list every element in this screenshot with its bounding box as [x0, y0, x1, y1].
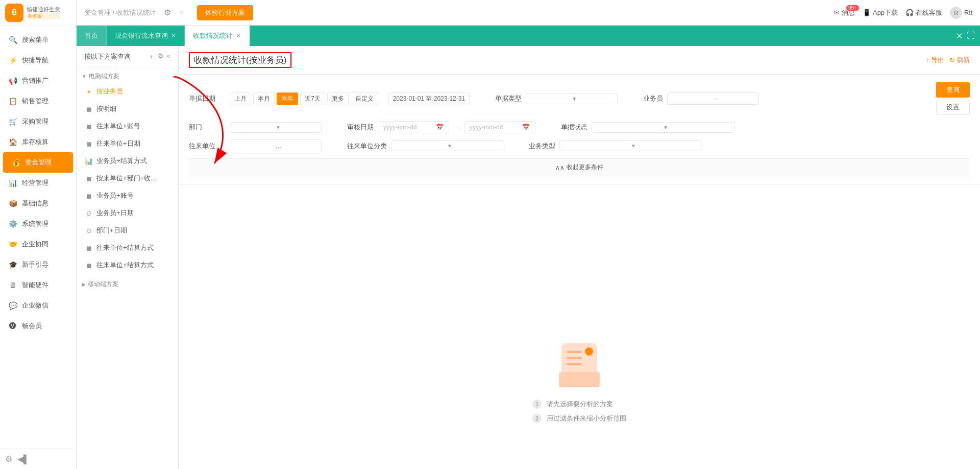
tab-fullscreen-icon[interactable]: ⛶: [967, 31, 975, 40]
salesperson-calc-icon: 📊: [84, 156, 93, 166]
date-placeholder-end: yyyy-mm-dd: [470, 124, 503, 131]
operation-icon: 📊: [8, 178, 18, 188]
sidebar-item-system[interactable]: ⚙️ 系统管理: [0, 214, 76, 234]
tree-item-salesperson-date[interactable]: ⊙ 业务员+日期: [77, 204, 178, 222]
salesperson-account-icon: ◼: [84, 191, 93, 200]
receipt-tab-close-icon[interactable]: ✕: [236, 32, 241, 39]
purchase-icon: 🛒: [8, 116, 18, 127]
review-date-end[interactable]: yyyy-mm-dd 📅: [464, 121, 535, 133]
app-download-button[interactable]: 📱 App下载: [863, 8, 898, 17]
tab-close-all-icon[interactable]: ✕: [956, 31, 963, 41]
online-service-button[interactable]: 🎧 在线客服: [905, 8, 942, 17]
export-button[interactable]: ↑ 导出: [926, 56, 945, 65]
date-btn-this-year[interactable]: 本年: [277, 92, 298, 105]
mobile-section-arrow-icon[interactable]: ▶: [82, 282, 86, 287]
date-range-display: 2023-01-01 至 2023-12-31: [388, 92, 470, 105]
collapse-sidebar-icon[interactable]: ◀▌: [17, 454, 29, 464]
sidebar-item-finance[interactable]: 💰 资金管理: [3, 152, 73, 173]
settings-button[interactable]: 设置: [936, 100, 970, 115]
sidebar-item-sales[interactable]: 📋 销售管理: [0, 91, 76, 111]
partner-select[interactable]: ...: [230, 139, 322, 152]
calendar-end-icon[interactable]: 📅: [522, 124, 530, 131]
bank-tab-close-icon[interactable]: ✕: [171, 32, 176, 39]
voucher-type-caret-icon: ▼: [572, 96, 612, 102]
left-panel: 按以下方案查询 ＋ ⚙ « ▼ 电脑端方案 🔸 按业务员 ◼ 按明细: [77, 46, 179, 469]
tab-home[interactable]: 首页: [77, 26, 107, 46]
sidebar-item-marketing[interactable]: 📢 营销推广: [0, 71, 76, 91]
sidebar-item-wechat[interactable]: 💬 企业微信: [0, 295, 76, 316]
sidebar-item-search[interactable]: 🔍 搜索菜单: [0, 30, 76, 50]
date-btn-this-month[interactable]: 本月: [253, 92, 275, 105]
receipt-tab-label: 收款情况统计: [193, 31, 233, 40]
voucher-type-select[interactable]: ▼: [526, 93, 618, 104]
refresh-button[interactable]: ↻ 刷新: [949, 56, 970, 65]
empty-illustration: [554, 333, 605, 389]
tree-item-unit-account[interactable]: ◼ 往来单位+账号: [77, 118, 178, 135]
sidebar-item-corp[interactable]: 🤝 企业协同: [0, 234, 76, 254]
section-arrow-icon[interactable]: ▼: [82, 74, 87, 79]
sidebar-item-member[interactable]: 🅥 畅会员: [0, 316, 76, 336]
unit-calc2-icon: ◼: [84, 261, 93, 270]
date-btn-7days[interactable]: 近7天: [300, 92, 325, 105]
sidebar-item-purchase[interactable]: 🛒 采购管理: [0, 111, 76, 132]
page-title-bar: 收款情况统计(按业务员) ↑ 导出 ↻ 刷新: [179, 46, 980, 75]
sidebar-item-inventory[interactable]: 🏠 库存核算: [0, 132, 76, 152]
sidebar-item-hardware[interactable]: 🖥 智能硬件: [0, 275, 76, 295]
date-btn-last-month[interactable]: 上月: [230, 92, 251, 105]
review-date-label: 审核日期: [347, 123, 374, 132]
partner-dots[interactable]: ...: [276, 142, 316, 150]
collapse-bar: ∧∧ 收起更多条件: [189, 158, 970, 176]
tab-bank[interactable]: 现金银行流水查询 ✕: [107, 26, 185, 46]
voucher-type-label: 单据类型: [495, 94, 522, 103]
review-date-start[interactable]: yyyy-mm-dd 📅: [378, 121, 449, 133]
tree-item-by-salesperson[interactable]: 🔸 按业务员: [77, 83, 178, 100]
topbar-gear-icon[interactable]: ⚙: [164, 8, 171, 17]
voucher-status-select[interactable]: ▼: [592, 122, 734, 133]
sidebar-item-quicknav[interactable]: ⚡ 快捷导航: [0, 50, 76, 71]
add-scheme-icon[interactable]: ＋: [148, 52, 155, 61]
voucher-status-label: 单据状态: [561, 123, 587, 132]
sidebar-item-basic[interactable]: 📦 基础信息: [0, 193, 76, 214]
calendar-start-icon[interactable]: 📅: [436, 124, 444, 131]
date-options: 上月 本月 本年 近7天 更多 自定义: [230, 92, 378, 105]
tab-receipt[interactable]: 收款情况统计 ✕: [185, 26, 250, 46]
settings-footer-icon[interactable]: ⚙: [5, 454, 12, 464]
system-icon: ⚙️: [8, 219, 18, 229]
collapse-button[interactable]: ∧∧ 收起更多条件: [189, 159, 970, 176]
unit-dept-icon: ◼: [84, 174, 93, 183]
sidebar-item-guide[interactable]: 🎓 新手引导: [0, 254, 76, 275]
salesperson-select[interactable]: ···: [667, 92, 759, 105]
sidebar-item-operation[interactable]: 📊 经营管理: [0, 173, 76, 193]
date-label: 单据日期: [189, 94, 219, 103]
settings-scheme-icon[interactable]: ⚙: [158, 52, 164, 61]
tree-item-unit-date[interactable]: ◼ 往来单位+日期: [77, 135, 178, 152]
trial-button[interactable]: 体验行业方案: [197, 5, 253, 20]
dept-select[interactable]: ▼: [230, 122, 322, 133]
empty-state: 1 请先选择要分析的方案 2 用过滤条件来缩小分析范围: [179, 184, 980, 469]
tree-item-salesperson-account[interactable]: ◼ 业务员+账号: [77, 187, 178, 204]
biz-type-select[interactable]: ▼: [559, 140, 702, 151]
search-icon: 🔍: [8, 35, 18, 45]
tree-item-unit-calc1[interactable]: ◼ 往来单位+结算方式: [77, 239, 178, 256]
collapse-panel-icon[interactable]: «: [167, 52, 170, 61]
date-btn-more[interactable]: 更多: [327, 92, 349, 105]
user-profile[interactable]: R Rit: [950, 7, 972, 19]
message-badge: 99+: [846, 5, 859, 11]
salesperson-scheme-icon: 🔸: [84, 87, 93, 96]
marketing-icon: 📢: [8, 76, 18, 86]
tree-section-mobile[interactable]: ▶ 移动端方案: [77, 276, 178, 291]
tree-item-unit-dept[interactable]: ◼ 按来单位+部门+收...: [77, 170, 178, 187]
date-btn-custom[interactable]: 自定义: [351, 92, 378, 105]
tree-item-salesperson-calc[interactable]: 📊 业务员+结算方式: [77, 152, 178, 170]
hardware-icon: 🖥: [8, 280, 18, 290]
query-button[interactable]: 查询: [936, 82, 970, 98]
tree-item-unit-calc2[interactable]: ◼ 往来单位+结算方式: [77, 256, 178, 274]
filter-area: 单据日期 上月 本月 本年 近7天 更多 自定义 2023-01-01 至 20…: [179, 75, 980, 184]
salesperson-label: 业务员: [643, 94, 663, 103]
partner-category-select[interactable]: ▼: [391, 140, 503, 151]
tree-item-dept-date[interactable]: ⊙ 部门+日期: [77, 222, 178, 239]
filter-row-3: 往来单位 ... 往来单位分类 ▼ 业务类型: [189, 139, 970, 152]
message-button[interactable]: ✉ 消息 99+: [834, 8, 855, 17]
tree-item-by-detail[interactable]: ◼ 按明细: [77, 100, 178, 118]
empty-step-2: 2 用过滤条件来缩小分析范围: [532, 414, 626, 423]
